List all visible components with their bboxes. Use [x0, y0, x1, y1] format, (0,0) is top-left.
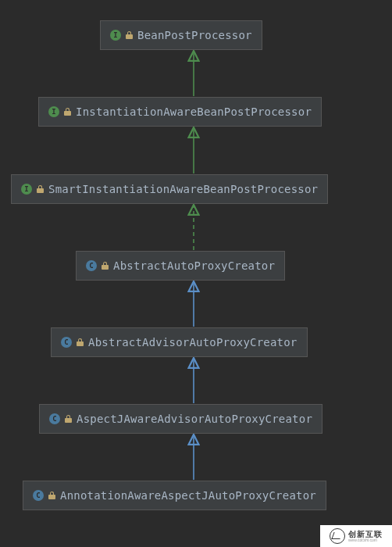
- interface-icon: I: [21, 184, 32, 195]
- class-icon: C: [86, 260, 97, 271]
- watermark-text-en: www.cdcxhl.com: [348, 538, 383, 542]
- node-label: InstantiationAwareBeanPostProcessor: [76, 105, 312, 118]
- class-icon: C: [33, 490, 44, 501]
- node-label: BeanPostProcessor: [137, 29, 252, 41]
- node-bean-post-processor[interactable]: I BeanPostProcessor: [100, 20, 262, 50]
- interface-icon: I: [48, 106, 59, 117]
- node-abstract-advisor-auto-proxy-creator[interactable]: C AbstractAdvisorAutoProxyCreator: [51, 327, 308, 357]
- lock-icon: [77, 338, 84, 346]
- lock-icon: [64, 108, 71, 116]
- lock-icon: [65, 415, 72, 423]
- lock-icon: [48, 492, 55, 499]
- class-icon: C: [49, 413, 60, 424]
- class-icon: C: [61, 337, 72, 348]
- class-hierarchy-diagram: I BeanPostProcessor I InstantiationAware…: [0, 0, 392, 547]
- node-instantiation-aware-bean-post-processor[interactable]: I InstantiationAwareBeanPostProcessor: [38, 97, 322, 127]
- lock-icon: [102, 262, 109, 270]
- interface-icon: I: [110, 30, 121, 41]
- node-annotation-aware-aspectj-auto-proxy-creator[interactable]: C AnnotationAwareAspectJAutoProxyCreator: [23, 481, 326, 510]
- watermark-logo-icon: [330, 528, 345, 544]
- lock-icon: [126, 31, 133, 39]
- node-label: AbstractAdvisorAutoProxyCreator: [88, 336, 298, 349]
- node-label: SmartInstantiationAwareBeanPostProcessor: [48, 183, 318, 195]
- node-aspectj-aware-advisor-auto-proxy-creator[interactable]: C AspectJAwareAdvisorAutoProxyCreator: [39, 404, 323, 434]
- watermark-text-zh: 创新互联: [348, 531, 383, 538]
- node-smart-instantiation-aware-bean-post-processor[interactable]: I SmartInstantiationAwareBeanPostProcess…: [11, 174, 328, 204]
- node-label: AnnotationAwareAspectJAutoProxyCreator: [60, 489, 316, 502]
- watermark: 创新互联 www.cdcxhl.com: [320, 525, 392, 547]
- node-label: AbstractAutoProxyCreator: [113, 259, 275, 272]
- node-abstract-auto-proxy-creator[interactable]: C AbstractAutoProxyCreator: [76, 251, 285, 281]
- lock-icon: [37, 185, 44, 193]
- node-label: AspectJAwareAdvisorAutoProxyCreator: [77, 413, 312, 425]
